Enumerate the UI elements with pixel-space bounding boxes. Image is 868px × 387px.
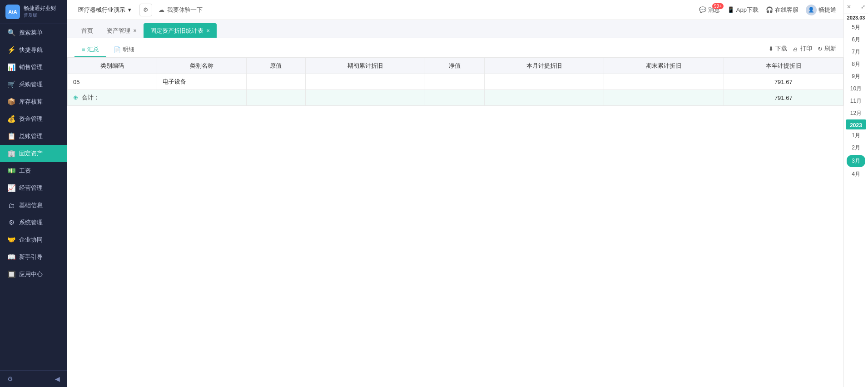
sidebar-item-business[interactable]: 📈 经营管理 <box>0 179 67 197</box>
ledger-icon: 📋 <box>7 132 15 140</box>
table-wrapper: 类别编码 类别名称 原值 期初累计折旧 净值 本月计提折旧 期末累计折旧 本年计… <box>67 58 843 387</box>
depreciation-table: 类别编码 类别名称 原值 期初累计折旧 净值 本月计提折旧 期末累计折旧 本年计… <box>67 58 843 106</box>
sidebar-item-quicknav[interactable]: ⚡ 快捷导航 <box>0 41 67 59</box>
tab-depreciation[interactable]: 固定资产折旧统计表 ✕ <box>144 23 217 38</box>
date-month-2022-6月[interactable]: 6月 <box>844 34 868 46</box>
date-month-2022-12月[interactable]: 12月 <box>844 107 868 119</box>
col-net: 净值 <box>425 58 484 74</box>
content-area: ≡ 汇总 📄 明细 ⬇ 下载 🖨 打印 ↻ <box>67 38 843 387</box>
sub-tab-summary[interactable]: ≡ 汇总 <box>74 43 106 57</box>
date-month-2022-9月[interactable]: 9月 <box>844 70 868 83</box>
sum-label: ⊕ 合计： <box>68 90 247 106</box>
sidebar-label-business: 经营管理 <box>19 184 43 192</box>
date-panel-close[interactable]: ✕ <box>847 4 851 10</box>
sidebar-item-inventory[interactable]: 📦 库存核算 <box>0 93 67 110</box>
summary-icon: ≡ <box>82 46 85 53</box>
row-code: 05 <box>68 74 157 90</box>
col-annual: 本年计提折旧 <box>724 58 843 74</box>
sidebar-label-fixed: 固定资产 <box>19 149 43 158</box>
sidebar-item-guide[interactable]: 📖 新手引导 <box>0 248 67 266</box>
sidebar-label-system: 系统管理 <box>19 218 43 227</box>
top-header: 医疗器械行业演示 ▾ ⚙ ☁ 我要体验一下 💬 消息 99+ 📱 App下载 🎧… <box>67 0 843 20</box>
col-initial-accum: 期初累计折旧 <box>306 58 425 74</box>
sidebar-item-collab[interactable]: 🤝 企业协同 <box>0 231 67 248</box>
guide-icon: 📖 <box>7 253 15 261</box>
sum-net <box>425 90 484 106</box>
settings-button[interactable]: ⚙ <box>139 4 152 16</box>
date-month-2023-1月[interactable]: 1月 <box>844 129 868 142</box>
messages-button[interactable]: 💬 消息 99+ <box>699 6 720 14</box>
sidebar-item-basic[interactable]: 🗂 基础信息 <box>0 197 67 214</box>
sum-annual: 791.67 <box>724 90 843 106</box>
headset-icon: 🎧 <box>766 6 773 13</box>
online-service-button[interactable]: 🎧 在线客服 <box>766 6 799 14</box>
settings-icon[interactable]: ⚙ <box>7 375 13 382</box>
sidebar: AtA 畅捷通好业财 普及版 🔍 搜索菜单⚡ 快捷导航📊 销售管理🛒 采购管理📦… <box>0 0 67 387</box>
sidebar-item-ledger[interactable]: 📋 总账管理 <box>0 128 67 145</box>
user-menu[interactable]: 👤 畅捷通 <box>806 5 836 15</box>
sidebar-item-fixed[interactable]: 🏢 固定资产 <box>0 145 67 162</box>
sidebar-label-salary: 工资 <box>19 167 31 175</box>
sidebar-item-search[interactable]: 🔍 搜索菜单 <box>0 24 67 41</box>
row-ending-accum <box>604 74 724 90</box>
logo-icon: AtA <box>5 5 20 19</box>
date-panel-label: 2023.03 <box>844 14 868 21</box>
date-panel-scroll[interactable]: 5月6月7月8月9月10月11月12月20231月2月3月4月 <box>844 21 868 387</box>
date-panel-expand[interactable]: ⤢ <box>861 4 865 10</box>
date-month-2022-7月[interactable]: 7月 <box>844 46 868 58</box>
sub-tabs-actions: ⬇ 下载 🖨 打印 ↻ 刷新 <box>769 45 836 55</box>
sub-tab-detail[interactable]: 📄 明细 <box>106 43 142 57</box>
row-monthly <box>484 74 604 90</box>
close-depreciation-tab[interactable]: ✕ <box>206 28 210 33</box>
row-original <box>246 74 305 90</box>
col-code: 类别编码 <box>68 58 157 74</box>
header-actions: 💬 消息 99+ 📱 App下载 🎧 在线客服 👤 畅捷通 <box>699 5 836 15</box>
sidebar-item-system[interactable]: ⚙ 系统管理 <box>0 214 67 231</box>
refresh-button[interactable]: ↻ 刷新 <box>818 45 836 53</box>
business-icon: 📈 <box>7 184 15 192</box>
download-icon: ⬇ <box>769 45 774 52</box>
sidebar-label-search: 搜索菜单 <box>19 29 43 37</box>
sidebar-label-purchase: 采购管理 <box>19 80 43 89</box>
sidebar-item-funds[interactable]: 💰 资金管理 <box>0 110 67 128</box>
collab-icon: 🤝 <box>7 236 15 244</box>
sidebar-label-funds: 资金管理 <box>19 115 43 123</box>
sidebar-label-sales: 销售管理 <box>19 63 43 71</box>
tab-assets[interactable]: 资产管理 ✕ <box>100 23 144 38</box>
date-month-2022-11月[interactable]: 11月 <box>844 95 868 107</box>
sum-row: ⊕ 合计： 791.67 <box>68 90 843 106</box>
date-month-2023-3月[interactable]: 3月 <box>847 155 865 167</box>
chevron-down-icon: ▾ <box>128 6 131 13</box>
sum-original <box>246 90 305 106</box>
sidebar-item-apps[interactable]: 🔲 应用中心 <box>0 266 67 283</box>
app-download-button[interactable]: 📱 App下载 <box>727 6 759 14</box>
sidebar-item-purchase[interactable]: 🛒 采购管理 <box>0 76 67 93</box>
close-assets-tab[interactable]: ✕ <box>133 28 137 33</box>
date-month-2023-4月[interactable]: 4月 <box>844 168 868 180</box>
sidebar-item-salary[interactable]: 💵 工资 <box>0 162 67 179</box>
date-panel: ✕ ⤢ 2023.03 5月6月7月8月9月10月11月12月20231月2月3… <box>843 0 868 387</box>
basic-icon: 🗂 <box>7 202 15 209</box>
company-selector[interactable]: 医疗器械行业演示 ▾ <box>74 4 135 16</box>
download-button[interactable]: ⬇ 下载 <box>769 45 787 53</box>
tab-home[interactable]: 首页 <box>74 23 100 38</box>
date-month-2022-8月[interactable]: 8月 <box>844 58 868 70</box>
date-month-2022-5月[interactable]: 5月 <box>844 21 868 34</box>
search-icon: 🔍 <box>7 29 15 37</box>
purchase-icon: 🛒 <box>7 80 15 89</box>
row-initial-accum <box>306 74 425 90</box>
sum-initial-accum <box>306 90 425 106</box>
experience-button[interactable]: ☁ 我要体验一下 <box>159 6 203 14</box>
sidebar-item-sales[interactable]: 📊 销售管理 <box>0 59 67 76</box>
collapse-icon[interactable]: ◀ <box>55 375 60 382</box>
year-2023[interactable]: 2023 <box>846 119 866 129</box>
sum-ending-accum <box>604 90 724 106</box>
date-month-2023-2月[interactable]: 2月 <box>844 142 868 154</box>
col-monthly: 本月计提折旧 <box>484 58 604 74</box>
print-button[interactable]: 🖨 打印 <box>793 45 812 53</box>
date-panel-header: ✕ ⤢ <box>844 0 868 14</box>
sum-monthly <box>484 90 604 106</box>
avatar: 👤 <box>806 5 817 15</box>
date-month-2022-10月[interactable]: 10月 <box>844 83 868 95</box>
row-name: 电子设备 <box>157 74 246 90</box>
